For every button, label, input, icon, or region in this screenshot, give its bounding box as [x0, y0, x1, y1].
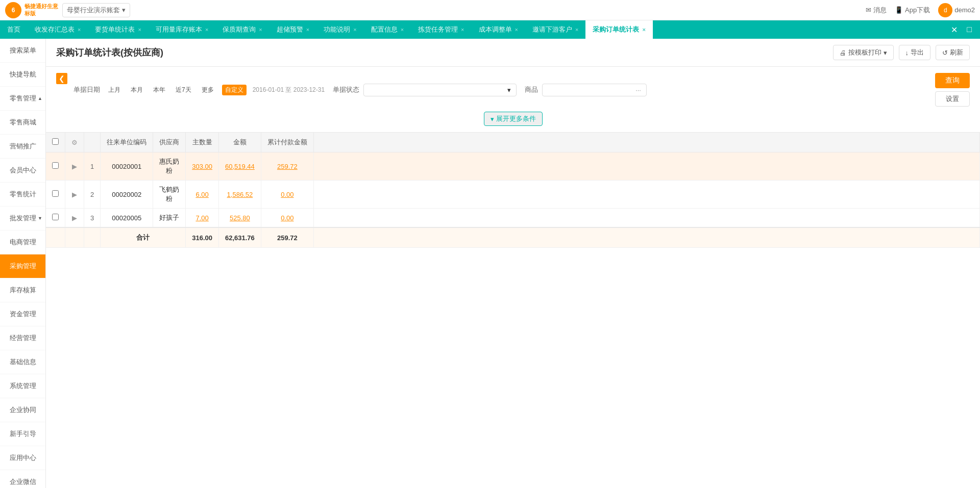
- user-area[interactable]: d demo2: [938, 3, 975, 17]
- sidebar-item-retail-mall[interactable]: 零售商城: [0, 111, 45, 135]
- row-checkbox[interactable]: [52, 214, 59, 220]
- cell-index: 1: [84, 152, 101, 181]
- cell-supplier: 飞鹤奶粉: [153, 181, 186, 209]
- page-header: 采购订单统计表(按供应商) 🖨 按模板打印 ▾ ↓ 导出 ↺ 刷新: [46, 39, 980, 67]
- tab-invite-customer-close[interactable]: ×: [575, 27, 578, 33]
- tab-order-stats-close[interactable]: ×: [138, 27, 141, 33]
- sidebar-item-member-center[interactable]: 会员中心: [0, 159, 45, 183]
- app-download-btn[interactable]: 📱 App下载: [895, 6, 930, 15]
- amount-link[interactable]: 60,519.44: [225, 163, 255, 170]
- tab-overstock-close[interactable]: ×: [306, 27, 309, 33]
- goods-input[interactable]: [548, 86, 633, 94]
- sidebar-item-operations[interactable]: 经营管理: [0, 326, 45, 350]
- sidebar-item-search-label: 搜索菜单: [0, 46, 45, 55]
- tab-function-desc-close[interactable]: ×: [353, 27, 356, 33]
- th-quantity: 主数量: [186, 133, 219, 152]
- sidebar-item-marketing[interactable]: 营销推广: [0, 135, 45, 159]
- message-btn[interactable]: ✉ 消息: [866, 6, 887, 15]
- sidebar-item-app-center[interactable]: 应用中心: [0, 446, 45, 470]
- paid-link[interactable]: 0.00: [281, 191, 293, 198]
- footer-label: 合计: [136, 234, 150, 241]
- top-bar-right: ✉ 消息 📱 App下载 d demo2: [866, 3, 975, 17]
- cell-expand[interactable]: ▶: [65, 181, 84, 209]
- paid-link[interactable]: 0.00: [281, 214, 293, 222]
- tab-receive-summary[interactable]: 收发存汇总表 ×: [28, 20, 88, 39]
- status-select[interactable]: ▾: [363, 84, 517, 96]
- th-settings[interactable]: ⚙: [65, 133, 84, 152]
- tab-receive-summary-label: 收发存汇总表: [35, 25, 75, 34]
- sidebar-item-search[interactable]: 搜索菜单: [0, 39, 45, 63]
- print-button[interactable]: 🖨 按模板打印 ▾: [833, 45, 894, 60]
- tab-cost-adjust[interactable]: 成本调整单 ×: [472, 20, 525, 39]
- quantity-link[interactable]: 303.00: [192, 163, 212, 170]
- sidebar-item-finance[interactable]: 资金管理: [0, 302, 45, 326]
- date-opt-7days[interactable]: 近7天: [172, 85, 195, 95]
- quantity-link[interactable]: 6.00: [195, 191, 208, 198]
- date-opt-this-month[interactable]: 本月: [127, 85, 147, 95]
- goods-input-wrapper: ···: [542, 84, 647, 96]
- tab-shelf-life[interactable]: 保质期查询 ×: [215, 20, 269, 39]
- export-button[interactable]: ↓ 导出: [899, 45, 931, 60]
- collapse-filter-btn[interactable]: ❮: [56, 73, 67, 84]
- tab-available-inventory[interactable]: 可用量库存账本 ×: [149, 20, 215, 39]
- tab-pick-task-close[interactable]: ×: [461, 27, 464, 33]
- amount-link[interactable]: 525.80: [230, 214, 250, 222]
- refresh-button[interactable]: ↺ 刷新: [936, 45, 970, 60]
- column-settings-icon[interactable]: ⚙: [71, 139, 78, 146]
- sidebar-item-newbie[interactable]: 新手引导: [0, 422, 45, 446]
- sidebar-item-retail-mgmt-label: 零售管理: [0, 94, 45, 103]
- nav-maximize-btn[interactable]: □: [963, 23, 976, 36]
- workspace-chevron: ▾: [122, 6, 126, 14]
- tab-order-stats[interactable]: 要货单统计表 ×: [88, 20, 148, 39]
- sidebar-item-wechat[interactable]: 企业微信: [0, 470, 45, 488]
- sidebar-item-quick-nav[interactable]: 快捷导航: [0, 63, 45, 87]
- tab-receive-summary-close[interactable]: ×: [78, 27, 81, 33]
- sidebar-item-ecommerce[interactable]: 电商管理: [0, 230, 45, 254]
- tab-function-desc[interactable]: 功能说明 ×: [316, 20, 363, 39]
- cell-checkbox: [46, 152, 65, 181]
- tab-available-inventory-close[interactable]: ×: [205, 27, 208, 33]
- th-supplier: 供应商: [153, 133, 186, 152]
- date-opt-more[interactable]: 更多: [198, 85, 218, 95]
- tab-pick-task[interactable]: 拣货任务管理 ×: [411, 20, 471, 39]
- sidebar-item-basic-info[interactable]: 基础信息: [0, 350, 45, 374]
- logo-icon: 6: [5, 2, 21, 18]
- query-button[interactable]: 查询: [935, 73, 970, 88]
- quantity-link[interactable]: 7.00: [195, 214, 208, 222]
- sidebar-item-enterprise[interactable]: 企业协同: [0, 398, 45, 422]
- table-area: ⚙ 往来单位编码 供应商 主数量 金额 累计付款金额 ▶: [46, 133, 980, 488]
- tab-cost-adjust-close[interactable]: ×: [515, 27, 518, 33]
- sidebar-item-retail-stats[interactable]: 零售统计: [0, 183, 45, 207]
- cell-code: 00020002: [101, 181, 153, 209]
- date-opt-this-year[interactable]: 本年: [149, 85, 169, 95]
- cell-expand[interactable]: ▶: [65, 152, 84, 181]
- date-opt-last-month[interactable]: 上月: [104, 85, 125, 95]
- export-label: 导出: [911, 48, 924, 57]
- tab-invite-customer[interactable]: 邀请下游客户 ×: [525, 20, 585, 39]
- goods-more-icon[interactable]: ···: [635, 86, 641, 94]
- tab-config-close[interactable]: ×: [401, 27, 404, 33]
- row-checkbox[interactable]: [52, 190, 59, 197]
- cell-expand[interactable]: ▶: [65, 209, 84, 228]
- sidebar-item-wholesale[interactable]: 批发管理: [0, 207, 45, 230]
- tab-overstock[interactable]: 超储预警 ×: [270, 20, 316, 39]
- tab-purchase-stats[interactable]: 采购订单统计表 ×: [585, 20, 652, 39]
- tab-purchase-stats-close[interactable]: ×: [642, 27, 645, 33]
- amount-link[interactable]: 1,586.52: [227, 191, 253, 198]
- row-checkbox[interactable]: [52, 162, 59, 169]
- sidebar-item-system[interactable]: 系统管理: [0, 374, 45, 398]
- workspace-selector[interactable]: 母婴行业演示账套 ▾: [62, 3, 130, 17]
- sidebar-item-inventory[interactable]: 库存核算: [0, 278, 45, 302]
- paid-link[interactable]: 259.72: [277, 163, 298, 170]
- expand-conditions-btn[interactable]: ▾ 展开更多条件: [484, 112, 543, 126]
- tab-home[interactable]: 首页: [0, 20, 28, 39]
- date-custom-badge[interactable]: 自定义: [222, 85, 247, 95]
- logo-text: 畅捷通好生意 标版: [24, 3, 58, 16]
- nav-close-btn[interactable]: ✕: [947, 23, 962, 37]
- sidebar-item-purchase[interactable]: 采购管理: [0, 254, 45, 278]
- sidebar-item-retail-mgmt[interactable]: 零售管理: [0, 87, 45, 111]
- tab-shelf-life-close[interactable]: ×: [259, 27, 262, 33]
- tab-config[interactable]: 配置信息 ×: [364, 20, 411, 39]
- select-all-checkbox[interactable]: [52, 138, 59, 145]
- settings-button[interactable]: 设置: [935, 91, 970, 107]
